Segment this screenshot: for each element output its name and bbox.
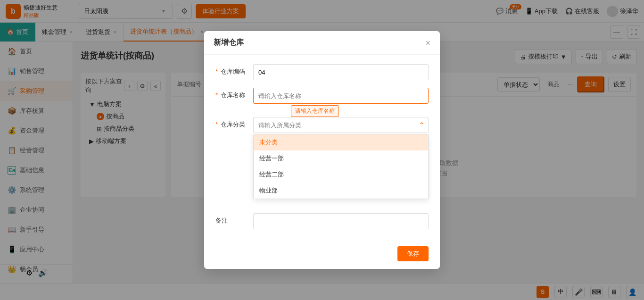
dropdown-option-1[interactable]: 经营一部 (254, 150, 428, 167)
required-mark2: * (215, 92, 218, 99)
category-label: * 仓库分类 (215, 117, 253, 129)
modal-add-warehouse: 新增仓库 × * 仓库编码 * 仓库名称 请输入仓库名称 * (204, 31, 440, 269)
name-error-msg: 请输入仓库名称 (291, 105, 339, 117)
modal-body: * 仓库编码 * 仓库名称 请输入仓库名称 * 仓库分类 ⌃ (204, 55, 440, 241)
save-button[interactable]: 保存 (397, 246, 429, 261)
remark-input[interactable] (253, 213, 429, 229)
dropdown-option-3[interactable]: 物业部 (254, 183, 428, 199)
name-input-wrapper: 请输入仓库名称 (253, 88, 429, 104)
form-row-category: * 仓库分类 ⌃ 未分类 经营一部 经营二部 物业部 (215, 117, 429, 133)
required-mark3: * (215, 121, 218, 128)
warehouse-name-input[interactable] (253, 88, 429, 104)
warehouse-code-input[interactable] (253, 64, 429, 80)
modal-close-button[interactable]: × (425, 39, 430, 47)
form-row-name: * 仓库名称 请输入仓库名称 (215, 88, 429, 104)
code-label: * 仓库编码 (215, 64, 253, 76)
category-dropdown-list: 未分类 经营一部 经营二部 物业部 (253, 134, 429, 199)
dropdown-option-0[interactable]: 未分类 (254, 134, 428, 150)
dropdown-option-2[interactable]: 经营二部 (254, 167, 428, 183)
category-input[interactable] (253, 117, 429, 133)
modal-title: 新增仓库 (214, 38, 244, 48)
modal-header: 新增仓库 × (204, 31, 440, 55)
modal-footer: 保存 (204, 241, 440, 269)
category-dropdown[interactable]: ⌃ 未分类 经营一部 经营二部 物业部 (253, 117, 429, 133)
remark-label: 备注 (215, 213, 253, 225)
form-row-code: * 仓库编码 (215, 64, 429, 80)
form-row-remark: 备注 (215, 213, 429, 229)
required-mark: * (215, 68, 218, 75)
name-label: * 仓库名称 (215, 88, 253, 100)
